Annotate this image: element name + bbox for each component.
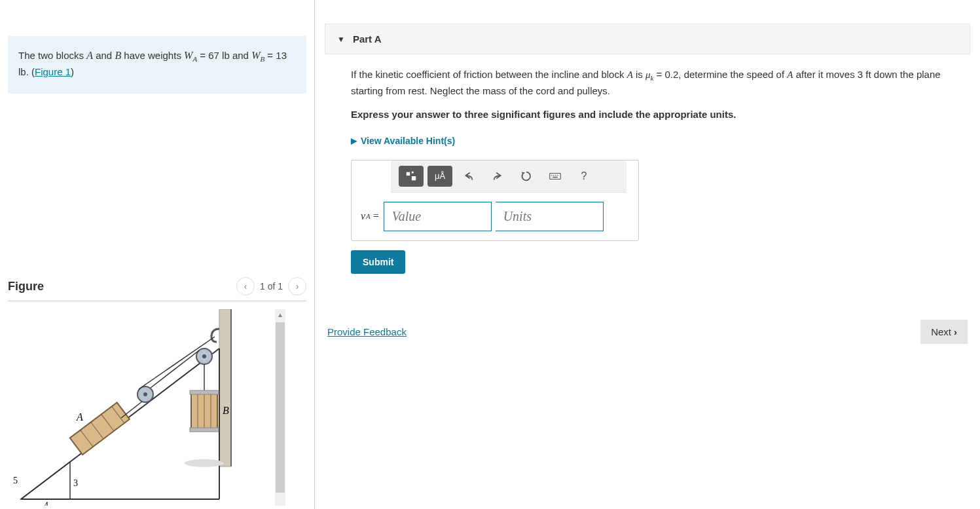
svg-point-34	[557, 174, 558, 176]
keyboard-button[interactable]	[543, 166, 568, 187]
svg-rect-21	[190, 390, 219, 394]
units-input[interactable]	[496, 202, 604, 231]
part-title: Part A	[353, 33, 382, 45]
problem-statement: The two blocks A and B have weights WA =…	[8, 36, 306, 94]
variable-label: vA =	[361, 208, 380, 224]
svg-point-33	[555, 174, 556, 176]
figure-diagram: 5 4 3 A	[8, 309, 270, 506]
part-header[interactable]: ▼ Part A	[325, 24, 970, 54]
figure-counter: 1 of 1	[260, 281, 283, 292]
block-b-label: B	[223, 405, 229, 416]
slope-run: 4	[44, 500, 48, 506]
reset-button[interactable]	[514, 166, 539, 187]
svg-point-15	[202, 354, 206, 358]
scroll-up-icon[interactable]: ▲	[275, 309, 285, 320]
svg-rect-35	[553, 176, 558, 178]
help-button[interactable]: ?	[572, 166, 596, 187]
svg-point-26	[185, 459, 224, 467]
block-b-symbol: B	[115, 50, 121, 61]
symbols-button[interactable]: μÅ	[427, 166, 452, 187]
chevron-right-icon: ›	[954, 326, 957, 337]
undo-button[interactable]	[456, 166, 481, 187]
block-a-symbol: A	[86, 50, 93, 61]
scroll-thumb[interactable]	[276, 322, 285, 493]
figure-next-button[interactable]: ›	[288, 277, 306, 295]
keyboard-icon	[549, 170, 561, 182]
question-text: If the kinetic coefficient of friction b…	[351, 67, 944, 98]
answer-box: μÅ ? vA =	[351, 160, 639, 241]
view-hints-link[interactable]: ▶ View Available Hint(s)	[351, 134, 944, 148]
svg-point-31	[551, 174, 553, 176]
submit-button[interactable]: Submit	[351, 250, 405, 274]
provide-feedback-link[interactable]: Provide Feedback	[327, 326, 407, 337]
problem-text: The two blocks	[18, 50, 86, 61]
figure-heading: Figure	[8, 280, 44, 293]
block-a-label: A	[76, 411, 83, 423]
svg-rect-27	[407, 172, 410, 175]
figure-scrollbar[interactable]: ▲	[275, 309, 285, 506]
undo-icon	[463, 170, 475, 182]
figure-prev-button[interactable]: ‹	[236, 277, 255, 295]
svg-point-32	[553, 174, 554, 176]
svg-rect-29	[412, 176, 416, 180]
redo-icon	[492, 170, 503, 182]
templates-icon	[405, 170, 417, 182]
caret-down-icon: ▼	[337, 35, 345, 44]
figure-link[interactable]: Figure 1	[35, 66, 71, 77]
svg-point-13	[143, 392, 147, 396]
value-input[interactable]	[384, 202, 492, 231]
svg-rect-30	[550, 173, 561, 179]
slope-base: 3	[73, 478, 78, 488]
answer-instruction: Express your answer to three significant…	[351, 107, 944, 123]
next-button[interactable]: Next ›	[920, 320, 968, 344]
reset-icon	[520, 170, 532, 182]
answer-toolbar: μÅ ?	[391, 160, 626, 193]
slope-rise: 5	[13, 476, 18, 485]
templates-button[interactable]	[399, 166, 424, 187]
svg-rect-28	[412, 171, 414, 173]
caret-right-icon: ▶	[351, 135, 357, 147]
svg-rect-22	[190, 428, 219, 432]
redo-button[interactable]	[485, 166, 510, 187]
svg-rect-0	[219, 309, 231, 466]
